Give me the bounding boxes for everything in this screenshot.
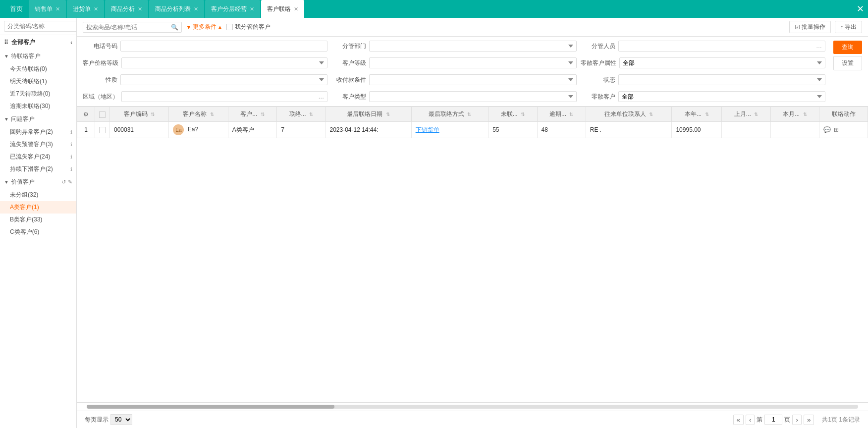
link-icon[interactable]: ⊞: [834, 126, 839, 133]
tab-sales-order[interactable]: 销售单 ✕: [29, 0, 66, 18]
close-icon[interactable]: ✕: [294, 6, 298, 12]
col-level[interactable]: 客户... ⇅: [228, 107, 276, 122]
export-button[interactable]: ↑ 导出: [835, 21, 862, 33]
info-icon[interactable]: ℹ: [70, 154, 72, 160]
sort-icon[interactable]: ⇅: [649, 111, 653, 117]
row-checkbox[interactable]: [99, 127, 106, 133]
filter-customer-level-select[interactable]: [369, 57, 576, 68]
sort-icon[interactable]: ⇅: [386, 111, 390, 117]
my-customers-checkbox[interactable]: 我分管的客户: [226, 23, 271, 31]
scroll-thumb[interactable]: [87, 405, 334, 409]
sidebar-search-input[interactable]: [4, 21, 77, 32]
sort-icon[interactable]: ⇅: [803, 111, 807, 117]
collapse-icon[interactable]: ‹: [70, 39, 72, 46]
sidebar-item-a-class[interactable]: A类客户(1): [0, 201, 76, 214]
col-last-date[interactable]: 最后联络日期 ⇅: [326, 107, 411, 122]
search-icon[interactable]: 🔍: [171, 24, 178, 31]
filter-retail-attr-select[interactable]: 全部: [619, 57, 825, 68]
sidebar-item-overdue-pending[interactable]: 逾期未联络(30): [0, 100, 76, 112]
col-code[interactable]: 客户编码 ⇅: [110, 107, 169, 122]
tab-customer-contact[interactable]: 客户联络 ✕: [261, 0, 304, 18]
sidebar-item-lost-customers[interactable]: 已流失客户(24) ℹ: [0, 151, 76, 163]
sidebar-item-repurchase-abnormal[interactable]: 回购异常客户(2) ℹ: [0, 126, 76, 138]
info-icon[interactable]: ℹ: [70, 166, 72, 172]
horizontal-scrollbar[interactable]: [77, 402, 868, 411]
col-uncontacted[interactable]: 未联... ⇅: [488, 107, 537, 122]
sort-icon[interactable]: ⇅: [151, 111, 155, 117]
all-customers-item[interactable]: ⠿ 全部客户 ‹: [0, 35, 76, 50]
filter-dept-select[interactable]: [369, 41, 576, 52]
sidebar-item-loss-warning[interactable]: 流失预警客户(3) ℹ: [0, 138, 76, 151]
sort-icon[interactable]: ⇅: [754, 111, 758, 117]
sort-icon[interactable]: ⇅: [569, 111, 573, 117]
sidebar-item-today-pending[interactable]: 今天待联络(0): [0, 63, 76, 75]
sort-icon[interactable]: ⇅: [521, 111, 525, 117]
tab-product-analysis-list[interactable]: 商品分析列表 ✕: [149, 0, 204, 18]
more-icon[interactable]: …: [318, 93, 324, 100]
close-icon[interactable]: ✕: [55, 6, 60, 12]
first-page-button[interactable]: «: [733, 415, 744, 425]
settings-icon[interactable]: ⚙: [83, 111, 89, 118]
edit-icon[interactable]: ✎: [68, 179, 72, 185]
filter-payment-select[interactable]: [369, 74, 576, 85]
sort-icon[interactable]: ⇅: [261, 111, 265, 117]
tab-product-analysis[interactable]: 商品分析 ✕: [105, 0, 148, 18]
last-method-link[interactable]: 下销货单: [416, 126, 439, 133]
more-icon[interactable]: …: [816, 43, 822, 50]
col-last-month-sales[interactable]: 上月... ⇅: [722, 107, 770, 122]
filter-price-level-select[interactable]: [121, 57, 327, 68]
close-icon[interactable]: ✕: [138, 6, 142, 12]
more-filters-button[interactable]: ▼ 更多条件 ▲: [186, 23, 222, 31]
close-icon[interactable]: ✕: [194, 6, 198, 12]
message-icon[interactable]: 💬: [823, 126, 831, 133]
batch-operation-button[interactable]: ☑ 批量操作: [789, 21, 831, 33]
window-close-button[interactable]: ✕: [857, 4, 864, 14]
col-this-month-sales[interactable]: 本月... ⇅: [770, 107, 819, 122]
page-number-input[interactable]: [764, 415, 782, 425]
sort-icon[interactable]: ⇅: [309, 111, 313, 117]
col-overdue[interactable]: 逾期... ⇅: [537, 107, 586, 122]
sidebar-item-c-class[interactable]: C类客户(6): [0, 226, 76, 238]
col-contact-person[interactable]: 往来单位联系人 ⇅: [586, 107, 672, 122]
home-tab[interactable]: 首页: [4, 4, 29, 13]
sidebar-item-7days-pending[interactable]: 近7天待联络(0): [0, 88, 76, 100]
info-icon[interactable]: ℹ: [70, 129, 72, 135]
col-year-sales[interactable]: 本年... ⇅: [672, 107, 722, 122]
sort-icon[interactable]: ⇅: [210, 111, 214, 117]
close-icon[interactable]: ✕: [94, 6, 98, 12]
refresh-icon[interactable]: ↺: [61, 179, 66, 185]
page-size-select[interactable]: 50: [110, 414, 132, 425]
scroll-track[interactable]: [87, 405, 858, 409]
next-page-button[interactable]: ›: [792, 415, 801, 425]
col-name[interactable]: 客户名称 ⇅: [169, 107, 228, 122]
filter-phone-input[interactable]: [120, 41, 327, 52]
last-page-button[interactable]: »: [804, 415, 814, 425]
sort-icon[interactable]: ⇅: [705, 111, 709, 117]
sidebar-item-ungrouped[interactable]: 未分组(32): [0, 189, 76, 201]
query-button[interactable]: 查询: [833, 41, 862, 54]
col-last-method[interactable]: 最后联络方式 ⇅: [411, 107, 488, 122]
col-contact-count[interactable]: 联络... ⇅: [277, 107, 326, 122]
select-all-checkbox[interactable]: [99, 111, 106, 118]
filter-region-input[interactable]: …: [121, 91, 327, 102]
filter-search-input[interactable]: [86, 24, 171, 31]
tab-customer-segment[interactable]: 客户分层经营 ✕: [205, 0, 260, 18]
sidebar-item-b-class[interactable]: B类客户(33): [0, 214, 76, 226]
close-icon[interactable]: ✕: [250, 6, 254, 12]
filter-nature-select[interactable]: [120, 74, 327, 85]
sort-icon[interactable]: ⇅: [467, 111, 471, 117]
info-icon[interactable]: ℹ: [70, 142, 72, 147]
pending-group-title[interactable]: ▼ 待联络客户: [0, 50, 76, 63]
sidebar-item-tomorrow-pending[interactable]: 明天待联络(1): [0, 75, 76, 88]
tab-purchase-order[interactable]: 进货单 ✕: [67, 0, 104, 18]
sidebar-item-declining[interactable]: 持续下滑客户(2) ℹ: [0, 163, 76, 175]
filter-retail-select[interactable]: 全部: [618, 91, 825, 102]
checkbox-icon[interactable]: [226, 24, 233, 30]
prev-page-button[interactable]: ‹: [746, 415, 755, 425]
value-group-title[interactable]: ▼ 价值客户 ↺ ✎: [0, 175, 76, 189]
problem-group-title[interactable]: ▼ 问题客户: [0, 112, 76, 126]
filter-customer-type-select[interactable]: [369, 91, 576, 102]
filter-person-input[interactable]: …: [618, 41, 825, 52]
settings-button[interactable]: 设置: [833, 56, 862, 70]
filter-status-select[interactable]: [618, 74, 825, 85]
